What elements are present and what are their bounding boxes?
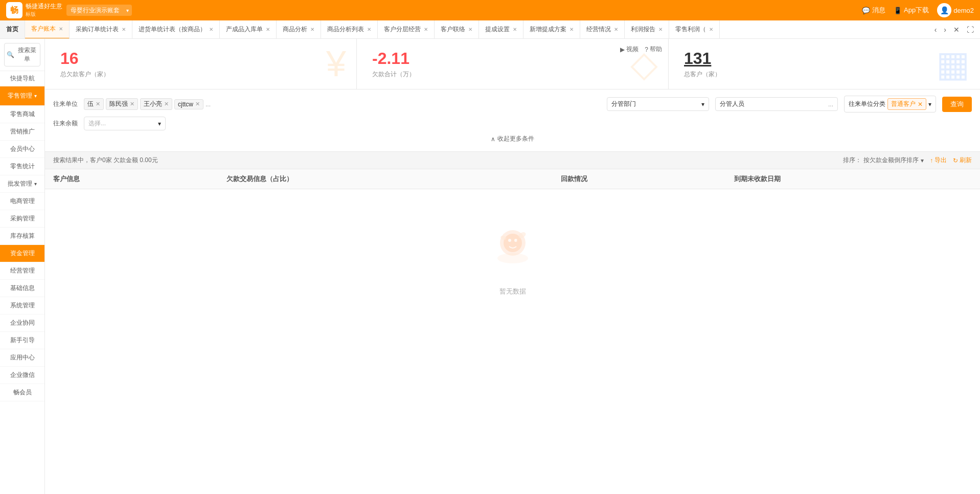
tab-product-analysis[interactable]: 商品分析 ✕: [277, 20, 321, 39]
dept-dropdown-icon: ▾: [701, 101, 704, 108]
sidebar-item-finance-mgmt[interactable]: 资金管理: [0, 245, 44, 262]
dept-selector[interactable]: 分管部门 ▾: [607, 97, 709, 111]
filter-row-1: 往来单位 伍 ✕ 陈民强 ✕ 王小亮 ✕ cjttcw: [53, 96, 972, 113]
message-label: 消息: [872, 6, 885, 15]
store-selector-wrap[interactable]: 母婴行业演示账套: [66, 5, 132, 16]
sidebar-item-operations-mgmt[interactable]: 经营管理: [0, 262, 44, 280]
unit-filter-tags: 伍 ✕ 陈民强 ✕ 王小亮 ✕ cjttcw ✕ ...: [84, 98, 601, 110]
sidebar-item-purchase-mgmt[interactable]: 采购管理: [0, 210, 44, 228]
play-icon: ▶: [620, 46, 625, 53]
search-menu-btn[interactable]: 🔍 搜索菜单: [4, 43, 40, 66]
manager-selector[interactable]: 分管人员 ...: [715, 97, 838, 111]
remove-tag-wang[interactable]: ✕: [164, 101, 169, 107]
close-retail-profit-tab[interactable]: ✕: [709, 27, 713, 32]
filter-more-tags[interactable]: ...: [206, 101, 211, 108]
dept-label: 分管部门: [611, 100, 636, 108]
tab-new-raise-label: 新增提成方案: [530, 25, 566, 34]
tab-raise-settings-label: 提成设置: [485, 25, 510, 34]
close-inbound-stats-tab[interactable]: ✕: [209, 27, 213, 32]
nav-close-all[interactable]: ✕: [951, 26, 962, 34]
close-product-analysis-list-tab[interactable]: ✕: [367, 27, 371, 32]
unit-type-selector[interactable]: 往来单位分类 普通客户 ✕ ▾: [844, 96, 936, 113]
tab-product-inbound[interactable]: 产成品入库单 ✕: [220, 20, 277, 39]
data-table: 客户信息 欠款交易信息（占比） 回款情况 到期未收款日期: [45, 169, 980, 189]
query-button[interactable]: 查询: [942, 97, 972, 112]
export-btn[interactable]: ↑ 导出: [930, 156, 947, 165]
sidebar-quick-nav[interactable]: 快捷导航: [0, 71, 44, 86]
username: demo2: [953, 7, 974, 14]
close-purchase-order-tab[interactable]: ✕: [122, 27, 126, 32]
sidebar-item-member-vip[interactable]: 畅会员: [0, 384, 44, 401]
sidebar-item-app-center[interactable]: 应用中心: [0, 349, 44, 367]
nav-expand[interactable]: ⛶: [965, 26, 976, 34]
close-customer-tier-tab[interactable]: ✕: [424, 27, 428, 32]
tab-customer-tier[interactable]: 客户分层经营 ✕: [378, 20, 435, 39]
sidebar-item-member-center[interactable]: 会员中心: [0, 141, 44, 158]
sidebar-item-ecommerce-mgmt[interactable]: 电商管理: [0, 193, 44, 210]
tab-new-raise[interactable]: 新增提成方案 ✕: [523, 20, 580, 39]
sidebar-item-marketing[interactable]: 营销推广: [0, 123, 44, 141]
video-btn[interactable]: ▶ 视频: [620, 45, 639, 54]
summary-card-total-customers: ▦ 131 总客户（家）: [669, 39, 980, 89]
remove-unit-type-tag[interactable]: ✕: [918, 101, 923, 108]
card1-value: 16: [60, 49, 79, 68]
store-selector[interactable]: 母婴行业演示账套: [66, 5, 132, 16]
close-new-raise-tab[interactable]: ✕: [569, 27, 574, 32]
sidebar-item-new-guide[interactable]: 新手引导: [0, 332, 44, 349]
tab-inbound-stats[interactable]: 进货单统计表（按商品） ✕: [132, 20, 220, 39]
tab-customer-ledger[interactable]: 客户账本 ✕: [25, 20, 70, 39]
app-label: App下载: [904, 6, 929, 15]
balance-selector[interactable]: 选择... ▾: [84, 117, 166, 130]
tab-business-status[interactable]: 经营情况 ✕: [580, 20, 625, 39]
nav-prev-arrow[interactable]: ‹: [932, 26, 939, 34]
sidebar-item-inventory-check[interactable]: 库存核算: [0, 228, 44, 245]
top-bar-right: 💬 消息 📱 App下载 👤 demo2: [862, 3, 974, 17]
tab-inbound-stats-label: 进货单统计表（按商品）: [139, 25, 206, 34]
sort-selector[interactable]: 排序： 按欠款金额倒序排序 ▾: [843, 156, 924, 165]
tab-customer-contact[interactable]: 客户联络 ✕: [435, 20, 479, 39]
card2-label: 欠款合计（万）: [372, 70, 415, 79]
nav-next-arrow[interactable]: ›: [942, 26, 948, 34]
app-download-btn[interactable]: 📱 App下载: [894, 6, 929, 15]
sidebar-item-enterprise-collab[interactable]: 企业协同: [0, 315, 44, 332]
filter-bar: 往来单位 伍 ✕ 陈民强 ✕ 王小亮 ✕ cjttcw: [45, 89, 980, 152]
tab-home[interactable]: 首页: [0, 20, 25, 39]
sidebar-item-enterprise-wechat[interactable]: 企业微信: [0, 367, 44, 384]
sidebar-item-system-mgmt[interactable]: 系统管理: [0, 297, 44, 315]
col-customer-info: 客户信息: [45, 169, 218, 189]
tab-retail-profit[interactable]: 零售利润（ ✕: [669, 20, 720, 39]
tab-purchase-order[interactable]: 采购订单统计表 ✕: [70, 20, 132, 39]
close-product-inbound-tab[interactable]: ✕: [266, 27, 270, 32]
remove-tag-chen[interactable]: ✕: [130, 101, 134, 107]
collapse-filter-btn[interactable]: ∧ 收起更多条件: [53, 134, 972, 143]
sidebar-item-retail-mgmt[interactable]: 零售管理 ▾: [0, 86, 44, 106]
user-profile-btn[interactable]: 👤 demo2: [937, 3, 974, 17]
card3-value: 131: [684, 49, 711, 68]
avatar: 👤: [937, 3, 951, 17]
close-raise-settings-tab[interactable]: ✕: [513, 27, 517, 32]
sidebar-item-basic-info[interactable]: 基础信息: [0, 280, 44, 297]
sidebar-search-area: 🔍 搜索菜单: [0, 39, 44, 71]
filter-row-2: 往来余额 选择... ▾: [53, 117, 972, 130]
remove-tag-wu[interactable]: ✕: [96, 101, 100, 107]
sidebar-item-batch-mgmt[interactable]: 批发管理 ▾: [0, 175, 44, 193]
tab-raise-settings[interactable]: 提成设置 ✕: [479, 20, 523, 39]
message-btn[interactable]: 💬 消息: [862, 6, 885, 15]
close-product-analysis-tab[interactable]: ✕: [310, 27, 314, 32]
close-customer-ledger-tab[interactable]: ✕: [59, 26, 63, 32]
close-business-status-tab[interactable]: ✕: [614, 27, 618, 32]
sort-dropdown-icon: ▾: [921, 157, 924, 164]
close-customer-contact-tab[interactable]: ✕: [468, 27, 472, 32]
col-debt-info: 欠款交易信息（占比）: [218, 169, 553, 189]
table-head: 客户信息 欠款交易信息（占比） 回款情况 到期未收款日期: [45, 169, 980, 189]
export-icon: ↑: [930, 157, 933, 164]
remove-tag-cjttcw[interactable]: ✕: [195, 101, 200, 107]
tab-profit-report[interactable]: 利润报告 ✕: [625, 20, 669, 39]
help-btn[interactable]: ? 帮助: [645, 45, 662, 54]
sidebar-item-retail-mall[interactable]: 零售商城: [0, 106, 44, 123]
tab-product-analysis-list[interactable]: 商品分析列表 ✕: [321, 20, 378, 39]
close-profit-report-tab[interactable]: ✕: [658, 27, 663, 32]
refresh-btn[interactable]: ↻ 刷新: [953, 156, 972, 165]
chevron-down-icon: ▾: [34, 93, 37, 99]
sidebar-item-retail-stats[interactable]: 零售统计: [0, 158, 44, 175]
